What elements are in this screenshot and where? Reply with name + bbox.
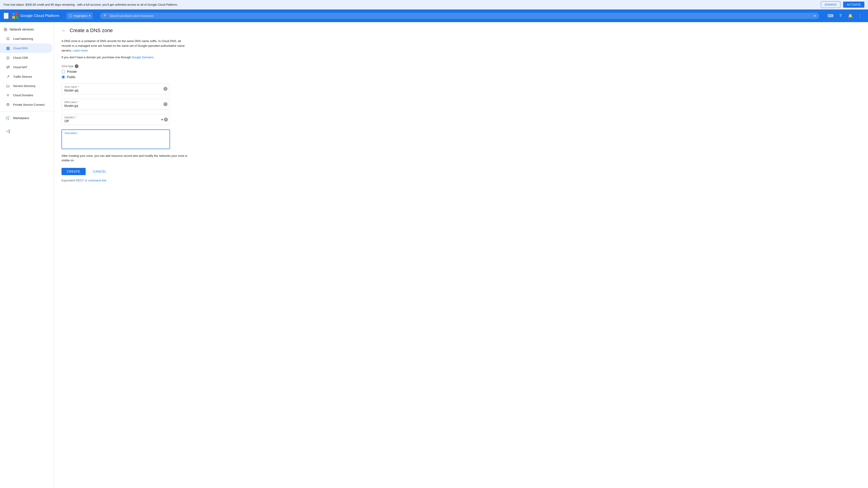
description-field: Description [61, 129, 188, 149]
zone-name-label: Zone name * [64, 86, 161, 88]
banner-text: Free trial status: $300.00 credit and 90… [4, 3, 178, 6]
create-button[interactable]: CREATE [61, 168, 86, 175]
marketplace-icon: 🛒 [5, 116, 10, 121]
dns-name-input[interactable] [64, 104, 161, 107]
zone-type-field: Zone type ? Private Public [61, 64, 188, 79]
sidebar-item-service-directory[interactable]: 🗂 Service Directory [0, 81, 52, 91]
sidebar-item-label: Marketplace [13, 116, 29, 120]
load-balancing-icon: ⚖ [5, 36, 10, 41]
sidebar-item-label: Cloud NAT [13, 66, 27, 69]
radio-private-input[interactable] [61, 70, 65, 73]
notifications-button[interactable]: 🔔 [846, 12, 855, 20]
header-title: Google Cloud Platform [20, 13, 59, 18]
collapse-icon: ◁| [5, 129, 10, 133]
sidebar-item-cloud-dns[interactable]: ▦ Cloud DNS [0, 43, 52, 53]
project-dropdown-icon: ▾ [89, 14, 90, 18]
radio-public[interactable]: Public [61, 75, 188, 79]
domain-note: If you don't have a domain yet, purchase… [61, 56, 861, 59]
network-services-icon: ⊞ [4, 27, 7, 32]
dns-name-help-icon[interactable]: ? [163, 102, 167, 106]
zone-type-radio-group: Private Public [61, 70, 188, 79]
sidebar-item-private-service-connect[interactable]: ⚙ Private Service Connect [0, 100, 52, 109]
sidebar-item-label: Service Directory [13, 84, 35, 88]
sidebar-item-cloud-nat[interactable]: ⇄ Cloud NAT [0, 62, 52, 72]
project-selector[interactable]: ⬡ myproject ▾ [66, 12, 93, 19]
more-options-button[interactable]: ⋮ [856, 12, 864, 20]
sidebar-item-label: Load balancing [13, 37, 33, 40]
sidebar-item-load-balancing[interactable]: ⚖ Load balancing [0, 34, 52, 43]
description-label: Description [65, 132, 167, 134]
action-buttons: CREATE CANCEL [61, 168, 861, 175]
dnssec-help-icon[interactable]: ? [164, 118, 168, 122]
description-wrapper: Description [61, 129, 170, 149]
sidebar-item-label: Cloud Domains [13, 94, 33, 97]
rest-link[interactable]: REST [76, 179, 84, 182]
zone-name-input[interactable] [64, 89, 161, 92]
dnssec-field: DNSSEC * Off On Transfer ▾ ? [61, 114, 188, 125]
search-dropdown-icon: ▾ [814, 14, 815, 18]
zone-name-help-icon[interactable]: ? [163, 87, 167, 91]
sidebar-section-title: Network services [10, 28, 34, 31]
search-icon: 🔍 [103, 14, 107, 18]
dns-name-wrapper: DNS name * ? [61, 99, 170, 109]
google-domains-link[interactable]: Google Domains [131, 56, 153, 59]
traffic-director-icon: ↗ [5, 74, 10, 79]
private-service-connect-icon: ⚙ [5, 102, 10, 107]
header-left: ☰ Google Cloud Platform ⬡ myproject ▾ [4, 12, 93, 19]
sidebar-item-cloud-cdn[interactable]: ◎ Cloud CDN [0, 53, 52, 62]
radio-public-input[interactable] [61, 75, 65, 79]
sidebar-item-label: Cloud DNS [13, 46, 28, 50]
page-title: Create a DNS zone [70, 28, 113, 33]
learn-more-link[interactable]: Learn more [73, 49, 88, 52]
service-directory-icon: 🗂 [5, 84, 10, 88]
cloud-nat-icon: ⇄ [5, 65, 10, 70]
logo-sq3 [12, 16, 15, 19]
logo-sq4 [16, 16, 18, 19]
cloud-domains-icon: ≡ [5, 93, 10, 98]
sidebar-collapse-button[interactable]: ◁| [0, 126, 52, 136]
logo-sq2 [16, 13, 18, 15]
sidebar-item-cloud-domains[interactable]: ≡ Cloud Domains [0, 91, 52, 100]
cloud-dns-icon: ▦ [5, 46, 10, 51]
sidebar-item-marketplace[interactable]: 🛒 Marketplace [0, 113, 52, 123]
sidebar-item-traffic-director[interactable]: ↗ Traffic Director [0, 72, 52, 81]
radio-private[interactable]: Private [61, 70, 188, 73]
page-header: ← Create a DNS zone [61, 28, 861, 33]
dismiss-button[interactable]: DISMISS [821, 1, 840, 8]
radio-public-label: Public [67, 75, 75, 79]
dns-name-field: DNS name * ? [61, 99, 188, 109]
dnssec-wrapper: DNSSEC * Off On Transfer ▾ ? [61, 114, 170, 125]
zone-name-wrapper: Zone name * ? [61, 84, 170, 94]
radio-private-label: Private [67, 70, 77, 73]
description-textarea[interactable] [65, 135, 167, 146]
header-right: ⌨ ? 🔔 ⋮ [827, 12, 864, 20]
cancel-button[interactable]: CANCEL [89, 168, 110, 175]
gcp-logo-icon [12, 13, 19, 19]
cloud-cdn-icon: ◎ [5, 55, 10, 60]
cloud-shell-button[interactable]: ⌨ [827, 12, 835, 20]
domain-note-period: . [154, 56, 155, 59]
dnssec-select[interactable]: Off On Transfer [64, 119, 161, 123]
zone-name-field: Zone name * ? [61, 84, 188, 94]
back-button[interactable]: ← [61, 28, 66, 33]
sidebar-section-header: ⊞ Network services [0, 24, 54, 34]
sidebar-item-label: Traffic Director [13, 75, 32, 78]
description-text: A DNS zone is a container of DNS records… [61, 39, 188, 53]
content-area: ← Create a DNS zone A DNS zone is a cont… [54, 22, 868, 488]
help-button[interactable]: ? [836, 12, 844, 20]
logo-sq1 [12, 13, 15, 15]
zone-type-help-icon[interactable]: ? [75, 64, 79, 68]
sidebar-item-label: Private Service Connect [13, 103, 44, 106]
activate-button[interactable]: ACTIVATE [843, 2, 864, 8]
zone-type-label: Zone type ? [61, 64, 188, 68]
sidebar-item-label: Cloud CDN [13, 56, 28, 59]
header-logo: Google Cloud Platform [12, 13, 59, 19]
trial-banner: Free trial status: $300.00 credit and 90… [0, 0, 868, 9]
search-input[interactable] [110, 14, 812, 18]
sidebar-footer: ◁| [0, 126, 54, 136]
search-bar[interactable]: 🔍 ▾ [100, 13, 819, 19]
hamburger-menu[interactable]: ☰ [4, 13, 8, 19]
command-line-link[interactable]: command line [88, 179, 106, 182]
dnssec-label: DNSSEC * [64, 116, 161, 119]
domain-note-before: If you don't have a domain yet, purchase… [61, 56, 131, 59]
